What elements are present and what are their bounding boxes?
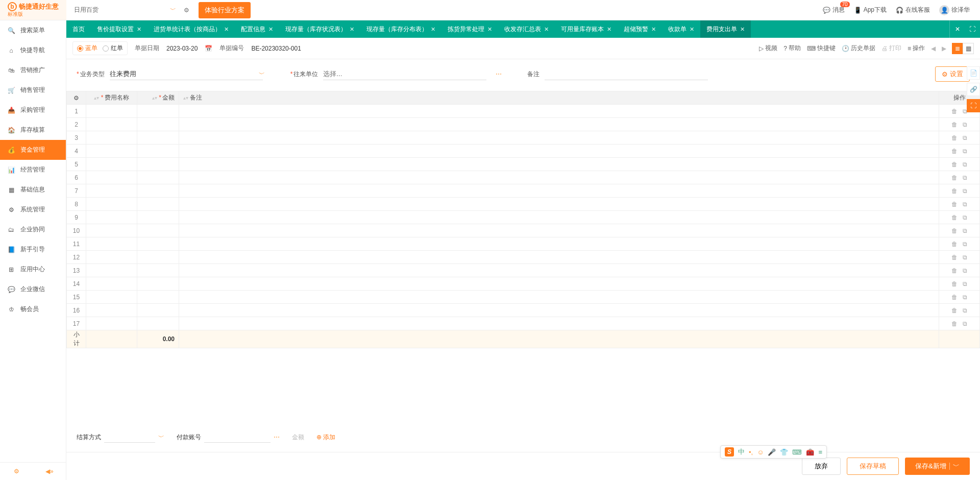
copy-icon[interactable]: ⧉ [963,294,967,301]
copy-icon[interactable]: ⧉ [963,227,967,234]
cell-name[interactable] [86,291,137,304]
sidebar-item[interactable]: 💰资金管理 [0,140,66,160]
delete-icon[interactable]: 🗑 [951,280,958,287]
ime-skin-icon[interactable]: 👕 [780,448,788,456]
help-link[interactable]: ?帮助 [783,44,801,53]
cell-remark[interactable] [179,198,939,211]
ime-bar[interactable]: S 中 •, ☺ 🎤 👕 ⌨ 🧰 ≡ [720,445,827,459]
close-icon[interactable]: ✕ [544,26,549,33]
sidebar-item[interactable]: ▦基础信息 [0,180,66,200]
radio-red[interactable]: 红单 [103,44,123,53]
cell-name[interactable] [86,131,137,145]
table-row[interactable]: 12🗑⧉ [67,251,980,264]
chevron-down-icon[interactable]: ﹀ [158,433,164,442]
sidebar-collapse-button[interactable]: ◀» [33,463,66,480]
cell-remark[interactable] [179,184,939,198]
cell-name[interactable] [86,224,137,237]
cell-amount[interactable] [137,131,179,145]
cell-amount[interactable] [137,291,179,304]
copy-icon[interactable]: ⧉ [963,280,967,287]
save-draft-button[interactable]: 保存草稿 [847,458,899,475]
shortcut-link[interactable]: ⌨快捷键 [807,44,836,53]
save-new-button[interactable]: 保存&新增 ﹀ [905,458,970,475]
remark-input[interactable] [545,68,708,80]
nav-prev[interactable]: ◀ [931,45,936,52]
table-row[interactable]: 2🗑⧉ [67,118,980,131]
app-download-button[interactable]: 📱 App下载 [854,6,887,14]
copy-icon[interactable]: ⧉ [963,174,967,181]
delete-icon[interactable]: 🗑 [951,121,958,128]
table-settings-icon[interactable]: ⚙ [67,91,86,105]
copy-icon[interactable]: ⧉ [963,134,967,141]
tab-close-all[interactable]: ✕ [949,20,965,38]
table-row[interactable]: 8🗑⧉ [67,198,980,211]
cell-remark[interactable] [179,224,939,237]
cell-amount[interactable] [137,304,179,317]
cell-amount[interactable] [137,198,179,211]
settle-account-input[interactable] [204,431,271,443]
ime-keyboard-icon[interactable]: ⌨ [792,448,802,456]
sidebar-item[interactable]: 🛒销售管理 [0,80,66,100]
sort-icon[interactable]: ▴▾ [94,96,99,100]
table-row[interactable]: 16🗑⧉ [67,304,980,317]
cell-remark[interactable] [179,291,939,304]
delete-icon[interactable]: 🗑 [951,187,958,195]
cell-amount[interactable] [137,145,179,158]
cell-remark[interactable] [179,277,939,291]
delete-icon[interactable]: 🗑 [951,320,958,327]
cell-amount[interactable] [137,251,179,264]
table-row[interactable]: 6🗑⧉ [67,171,980,184]
cell-amount[interactable] [137,184,179,198]
cell-amount[interactable] [137,317,179,330]
add-settlement-button[interactable]: ⊕ 添加 [316,433,335,442]
table-row[interactable]: 14🗑⧉ [67,277,980,291]
sidebar-item[interactable]: 💬企业微信 [0,279,66,299]
department-select[interactable]: 日用百货 ﹀ [74,6,176,14]
sidebar-item[interactable]: 📥采购管理 [0,100,66,120]
discard-button[interactable]: 放弃 [802,458,841,475]
copy-icon[interactable]: ⧉ [963,320,967,327]
copy-icon[interactable]: ⧉ [963,254,967,261]
user-menu[interactable]: 👤 徐泽华 [939,5,970,15]
ime-tools-icon[interactable]: 🧰 [806,448,814,456]
cell-remark[interactable] [179,145,939,158]
delete-icon[interactable]: 🗑 [951,201,958,208]
cell-amount[interactable] [137,171,179,184]
sidebar-item[interactable]: 🗂企业协同 [0,220,66,239]
view-grid[interactable]: ▦ [963,43,974,54]
nav-next[interactable]: ▶ [942,45,946,52]
close-icon[interactable]: ✕ [431,26,435,33]
sidebar-item[interactable]: ⊞应用中心 [0,259,66,279]
partner-input[interactable] [323,68,486,80]
copy-icon[interactable]: ⧉ [963,148,967,155]
cell-amount[interactable] [137,277,179,291]
rail-note-button[interactable]: 📄 [967,66,980,80]
tab[interactable]: 收发存汇总表✕ [498,20,555,38]
delete-icon[interactable]: 🗑 [951,161,958,168]
close-icon[interactable]: ✕ [651,26,656,33]
cell-amount[interactable] [137,264,179,277]
sidebar-item[interactable]: ⚙系统管理 [0,200,66,220]
cell-name[interactable] [86,198,137,211]
ime-punct-icon[interactable]: •, [749,448,753,456]
ellipsis-icon[interactable]: ⋯ [496,70,502,78]
table-row[interactable]: 11🗑⧉ [67,237,980,251]
ime-menu-icon[interactable]: ≡ [818,448,822,456]
tab[interactable]: 拣货异常处理✕ [442,20,498,38]
cell-remark[interactable] [179,131,939,145]
tab[interactable]: 现存量（库存分布表）✕ [360,20,442,38]
ops-link[interactable]: ≡操作 [908,44,925,53]
close-icon[interactable]: ✕ [350,26,354,33]
tab[interactable]: 配置信息✕ [235,20,279,38]
cell-name[interactable] [86,211,137,224]
history-link[interactable]: 🕑历史单据 [842,44,875,53]
delete-icon[interactable]: 🗑 [951,108,958,115]
cell-amount[interactable] [137,211,179,224]
delete-icon[interactable]: 🗑 [951,148,958,155]
close-icon[interactable]: ✕ [224,26,229,33]
delete-icon[interactable]: 🗑 [951,307,958,314]
delete-icon[interactable]: 🗑 [951,214,958,221]
delete-icon[interactable]: 🗑 [951,174,958,181]
tab[interactable]: 售价提取设置✕ [91,20,148,38]
customer-service-button[interactable]: 🎧 在线客服 [896,6,930,14]
